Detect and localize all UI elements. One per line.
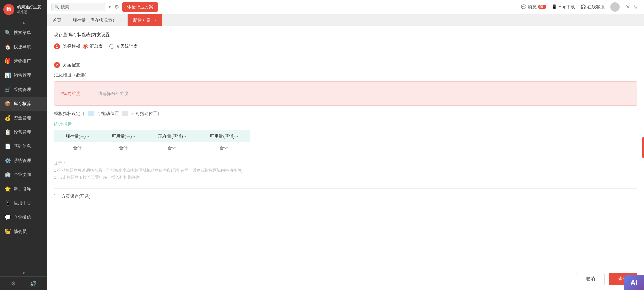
app-download-btn[interactable]: 📱 App下载 bbox=[552, 4, 575, 10]
sidebar-scroll-down[interactable]: ▼ bbox=[0, 270, 47, 276]
save-checkbox[interactable] bbox=[54, 194, 58, 198]
sidebar-item-search-menu[interactable]: 🔍 搜索菜单 bbox=[0, 26, 47, 40]
dimension-label: 汇总维度（必选） bbox=[54, 72, 637, 78]
not-draggable-indicator-box bbox=[122, 111, 128, 116]
expand-window-btn[interactable]: ⤡ bbox=[633, 4, 637, 10]
sidebar-item-finance[interactable]: 💰 资金管理 bbox=[0, 111, 47, 125]
sidebar-item-new-guide[interactable]: 🌟 新手引导 bbox=[0, 182, 47, 196]
radio-cross-input[interactable] bbox=[109, 44, 114, 49]
col1-summary: 合计 bbox=[54, 142, 100, 154]
col2-header[interactable]: 可用量(主) ▾ bbox=[100, 130, 146, 142]
sidebar-item-app-center[interactable]: 📱 应用中心 bbox=[0, 196, 47, 210]
save-label: 方案保存(可选) bbox=[61, 193, 91, 199]
online-service-btn[interactable]: 🎧 在线客服 bbox=[580, 4, 605, 10]
vertical-dim-required: *纵向维度 bbox=[61, 91, 80, 97]
col4-header[interactable]: 可用量(基辅) ▾ bbox=[198, 130, 250, 142]
col3-dropdown-icon[interactable]: ▾ bbox=[184, 135, 186, 138]
divider-1 bbox=[54, 56, 637, 56]
search-dropdown-icon[interactable]: ▾ bbox=[109, 5, 111, 9]
tab-inventory-close[interactable]: × bbox=[120, 18, 122, 22]
sidebar: 畅 畅康通好生意 标准版 ▲ 🔍 搜索菜单 🏠 快捷导航 🎁 营销推广 📊 销售… bbox=[0, 0, 47, 290]
dimension-area[interactable]: *纵向维度 —— 请选择分组维度 bbox=[54, 81, 637, 106]
logo-text: 畅康通好生意 标准版 bbox=[17, 4, 41, 15]
stats-section: 统计指标 现存量(主) ▾ bbox=[54, 121, 637, 154]
col1-header[interactable]: 现存量(主) ▾ bbox=[54, 130, 100, 142]
sidebar-item-management[interactable]: 📋 经营管理 bbox=[0, 125, 47, 139]
stats-summary-row: 合计 合计 合计 合计 bbox=[54, 142, 250, 154]
radio-summary[interactable]: 汇总表 bbox=[83, 43, 103, 49]
save-row: 方案保存(可选) bbox=[54, 188, 637, 199]
col3-header-label: 现存量(基辅) bbox=[158, 133, 183, 139]
stats-label: 统计指标 bbox=[54, 121, 637, 127]
cancel-button[interactable]: 取消 bbox=[576, 273, 605, 285]
col3-header[interactable]: 现存量(基辅) ▾ bbox=[146, 130, 198, 142]
topbar-right: 💬 消息 99+ 📱 App下载 🎧 在线客服 bbox=[521, 2, 620, 12]
sidebar-item-label: 营销推广 bbox=[14, 58, 31, 64]
tab-home[interactable]: 首页 bbox=[47, 14, 67, 26]
purchase-icon: 🛒 bbox=[5, 87, 11, 93]
sidebar-item-quick-nav[interactable]: 🏠 快捷导航 bbox=[0, 40, 47, 54]
stats-table: 现存量(主) ▾ 可用量(主) ▾ bbox=[54, 130, 250, 154]
draggable-indicator-box bbox=[88, 111, 94, 116]
trial-industry-btn[interactable]: 体验行业方案 bbox=[122, 2, 158, 12]
template-radio-group: 汇总表 交叉统计表 bbox=[83, 43, 138, 49]
audio-footer-btn[interactable]: 🔊 bbox=[30, 280, 37, 287]
sidebar-item-label: 库存核算 bbox=[14, 101, 31, 107]
sidebar-logo: 畅 畅康通好生意 标准版 bbox=[0, 0, 47, 19]
step2-section: 2 方案配置 汇总维度（必选） *纵向维度 —— 请选择分组维度 模板指标设定（… bbox=[54, 62, 637, 182]
col4-dropdown-icon[interactable]: ▾ bbox=[236, 135, 238, 138]
enterprise-icon: 🏢 bbox=[5, 172, 11, 178]
sidebar-scroll-up[interactable]: ▲ bbox=[0, 19, 47, 26]
page-title: 现存量(库存状况表)方案设置 bbox=[54, 32, 637, 38]
search-input[interactable] bbox=[61, 5, 102, 9]
sidebar-item-marketing[interactable]: 🎁 营销推广 bbox=[0, 54, 47, 68]
tip-2: 2. 点击标题栏下拉可设置排序、插入列和删除列 bbox=[54, 174, 637, 182]
indicator-legend-row: 模板指标设定（ 可拖动位置 不可拖动位置） bbox=[54, 111, 637, 117]
bottom-bar: 取消 查询 bbox=[47, 268, 644, 290]
sidebar-item-basic-info[interactable]: 📄 基础信息 bbox=[0, 139, 47, 153]
sidebar-item-enterprise-wechat[interactable]: 💬 企业微信 bbox=[0, 210, 47, 224]
sidebar-item-label: 企业协同 bbox=[14, 172, 31, 178]
tab-new-plan[interactable]: 新建方案 × bbox=[128, 14, 162, 26]
sidebar-item-label: 企业微信 bbox=[14, 214, 31, 220]
sidebar-item-system[interactable]: ⚙️ 系统管理 bbox=[0, 153, 47, 168]
col2-header-label: 可用量(主) bbox=[112, 133, 132, 139]
search-bar[interactable]: 🔍 bbox=[51, 3, 105, 11]
col1-dropdown-icon[interactable]: ▾ bbox=[87, 135, 89, 138]
tab-inventory-status[interactable]: 现存量（库存状况表） × bbox=[67, 14, 128, 26]
sidebar-item-label: 采购管理 bbox=[14, 87, 31, 93]
user-avatar[interactable] bbox=[610, 2, 620, 12]
step2-header: 2 方案配置 bbox=[54, 62, 637, 68]
radio-cross[interactable]: 交叉统计表 bbox=[109, 43, 138, 49]
step2-title: 方案配置 bbox=[63, 62, 80, 68]
settings-footer-btn[interactable]: ⚙ bbox=[11, 280, 16, 287]
messages-btn[interactable]: 💬 消息 99+ bbox=[521, 4, 546, 10]
tab-new-plan-close[interactable]: × bbox=[154, 18, 156, 22]
sidebar-item-vip[interactable]: 👑 畅会员 bbox=[0, 224, 47, 239]
sidebar-item-label: 系统管理 bbox=[14, 158, 31, 164]
headphone-icon: 🎧 bbox=[580, 4, 586, 9]
step1-header: 1 选择模板 汇总表 交叉统计表 bbox=[54, 43, 637, 49]
ai-badge[interactable]: Ai bbox=[624, 275, 644, 290]
col2-dropdown-icon[interactable]: ▾ bbox=[133, 135, 135, 138]
col3-summary: 合计 bbox=[146, 142, 198, 154]
system-icon: ⚙️ bbox=[5, 158, 11, 164]
sidebar-item-inventory[interactable]: 📦 库存核算 bbox=[0, 97, 47, 111]
right-panel-handle[interactable] bbox=[642, 137, 644, 158]
close-window-btn[interactable]: ✕ bbox=[626, 4, 630, 10]
basic-info-icon: 📄 bbox=[5, 143, 11, 149]
sidebar-item-label: 畅会员 bbox=[14, 228, 27, 235]
col4-header-label: 可用量(基辅) bbox=[210, 133, 235, 139]
logo-icon: 畅 bbox=[3, 4, 14, 15]
sidebar-item-sales[interactable]: 📊 销售管理 bbox=[0, 68, 47, 82]
topbar-settings-icon[interactable]: ⚙ bbox=[114, 4, 119, 10]
radio-cross-label: 交叉统计表 bbox=[116, 43, 138, 49]
sidebar-item-enterprise[interactable]: 🏢 企业协同 bbox=[0, 168, 47, 182]
app-center-icon: 📱 bbox=[5, 200, 11, 206]
message-icon: 💬 bbox=[521, 4, 526, 9]
sidebar-nav: 🔍 搜索菜单 🏠 快捷导航 🎁 营销推广 📊 销售管理 🛒 采购管理 📦 库存核… bbox=[0, 26, 47, 270]
vertical-dim-arrow: —— bbox=[84, 91, 94, 96]
sidebar-item-purchase[interactable]: 🛒 采购管理 bbox=[0, 82, 47, 97]
radio-summary-input[interactable] bbox=[83, 44, 88, 49]
tab-inventory-label: 现存量（库存状况表） bbox=[73, 17, 117, 23]
